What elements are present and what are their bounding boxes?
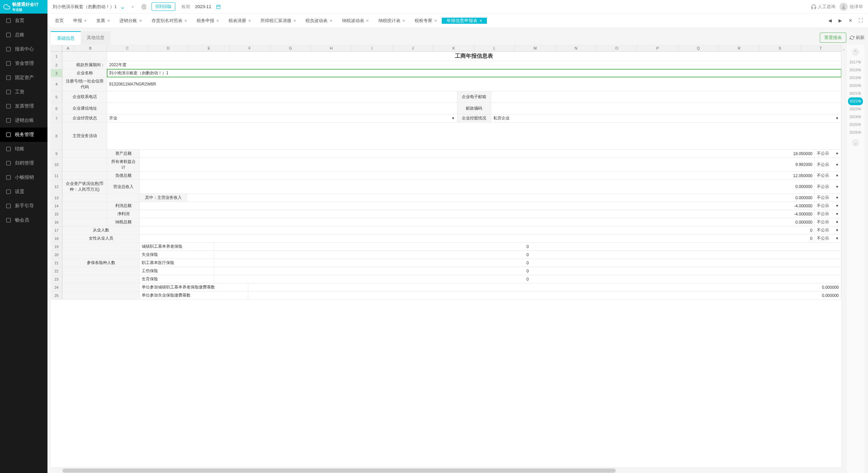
avatar[interactable] [840,3,848,11]
year-down-icon[interactable]: ⌄ [852,139,859,147]
cell[interactable]: 不公示▼ [815,158,841,171]
tab-3[interactable]: 进销台账× [115,18,146,24]
col-header-N[interactable]: N [556,45,596,51]
gear-icon[interactable] [140,3,148,11]
cell[interactable]: 不公示▼ [815,194,841,202]
year-2022年[interactable]: 2022年 [848,97,863,105]
spreadsheet-grid[interactable]: 1工商年报信息表2税款所属期间：2022年度3企业名称刘小艳演示账套（勿删勿动！… [51,52,841,468]
headset-icon[interactable]: 人工咨询 [811,4,835,10]
year-up-icon[interactable]: ⌃ [852,48,859,56]
close-icon[interactable]: × [402,18,405,23]
tab-close-all-icon[interactable]: ✕ [846,16,855,25]
col-header-L[interactable]: L [474,45,515,51]
tab-7[interactable]: 所得税汇算清缴× [256,18,301,24]
nav-item-3[interactable]: 资金管理 [0,56,47,71]
plus-icon[interactable]: ＋ [129,3,137,11]
col-header-P[interactable]: P [637,45,678,51]
col-header-I[interactable]: I [352,45,393,51]
close-icon[interactable]: × [293,18,296,23]
addr-value[interactable] [107,103,457,114]
close-icon[interactable]: × [84,18,87,23]
row-header-12[interactable]: 12 [51,180,62,193]
status-select[interactable]: 开业▼ [107,114,457,122]
cell[interactable]: 不公示▼ [815,226,841,234]
col-header-F[interactable]: F [230,45,270,51]
refresh-button[interactable]: 刷新 [850,35,865,41]
reset-button[interactable]: 重置报表 [820,33,846,43]
row-header-15[interactable]: 15 [51,210,62,218]
row-header-11[interactable]: 11 [51,172,62,179]
period-value[interactable]: 2023-11 [195,4,211,9]
close-icon[interactable]: × [479,18,482,23]
sub-tab-basic[interactable]: 基础信息 [51,31,81,45]
col-header-O[interactable]: O [596,45,637,51]
row-header-16[interactable]: 16 [51,218,62,226]
close-icon[interactable]: × [184,18,187,23]
holding-select[interactable]: 私营企业▼ [491,114,842,122]
row-header-5[interactable]: 5 [51,91,62,102]
row-header-13[interactable]: 13 [51,194,62,202]
tab-prev-icon[interactable]: ◀ [825,16,835,25]
tab-9[interactable]: 纳税波动表× [337,18,374,24]
nav-item-5[interactable]: 工资 [0,85,47,99]
row-header-8[interactable]: 8 [51,122,62,149]
nav-item-11[interactable]: 小畅报销 [0,170,47,185]
nav-item-12[interactable]: 设置 [0,185,47,199]
row-header-19[interactable]: 19 [51,243,62,250]
col-header-J[interactable]: J [393,45,433,51]
tab-10[interactable]: 纳税统计表× [374,18,410,24]
year-2021年[interactable]: 2021年 [848,90,863,97]
tab-1[interactable]: 申报× [68,18,92,24]
year-2023年[interactable]: 2023年 [848,105,863,113]
tab-8[interactable]: 税负波动表× [301,18,337,24]
sub-tab-other[interactable]: 其他信息 [81,31,111,45]
year-2024年[interactable]: 2024年 [848,113,863,121]
row-header-3[interactable]: 3 [51,69,62,77]
nav-item-0[interactable]: 首页 [0,14,47,28]
row-header-23[interactable]: 23 [51,275,62,283]
tab-12[interactable]: 年报信息申报表× [442,18,487,24]
col-header-S[interactable]: S [760,45,801,51]
row-header-1[interactable]: 1 [51,52,62,61]
phone-value[interactable] [107,91,457,102]
year-2020年[interactable]: 2020年 [848,82,863,90]
tab-6[interactable]: 税表清册× [224,18,256,24]
col-header-B[interactable]: B [74,45,107,51]
row-header-25[interactable]: 25 [51,291,62,299]
post-value[interactable] [491,103,842,114]
nav-item-9[interactable]: 结账 [0,142,47,156]
col-header-M[interactable]: M [515,45,556,51]
tab-0[interactable]: 首页 [50,18,68,24]
close-icon[interactable]: × [366,18,369,23]
year-2019年[interactable]: 2019年 [848,74,863,82]
row-header-17[interactable]: 17 [51,226,62,234]
row-header-21[interactable]: 21 [51,259,62,267]
company-value[interactable]: 刘小艳演示账套（勿删勿动！）1 [107,69,841,77]
nav-item-14[interactable]: 畅会员 [0,213,47,227]
nav-item-6[interactable]: 发票管理 [0,99,47,113]
tab-next-icon[interactable]: ▶ [835,16,845,25]
row-header-10[interactable]: 10 [51,158,62,171]
col-header-A[interactable]: A [62,45,74,51]
year-2025年[interactable]: 2025年 [848,121,863,129]
row-header-20[interactable]: 20 [51,251,62,259]
nav-item-1[interactable]: 总账 [0,28,47,42]
nav-item-2[interactable]: 报表中心 [0,42,47,56]
nav-item-7[interactable]: 进销台账 [0,113,47,128]
nav-item-10[interactable]: 归档管理 [0,156,47,170]
row-header-9[interactable]: 9 [51,150,62,157]
row-header-7[interactable]: 7 [51,114,62,122]
col-header-C[interactable]: C [107,45,148,51]
col-header-E[interactable]: E [189,45,230,51]
activity-value[interactable] [107,122,841,149]
calendar-icon[interactable] [216,4,221,9]
pub-9[interactable]: 不公示▼ [815,150,841,157]
row-header-24[interactable]: 24 [51,283,62,291]
close-icon[interactable]: × [107,18,110,23]
fullscreen-icon[interactable]: ⛶ [856,16,865,25]
col-header-K[interactable]: K [433,45,474,51]
account-selector[interactable]: 刘小艳演示账套（勿删勿动！）1 ⌄ [53,3,125,11]
year-2017年[interactable]: 2017年 [848,58,863,66]
close-icon[interactable]: × [330,18,332,23]
row-header-22[interactable]: 22 [51,267,62,275]
